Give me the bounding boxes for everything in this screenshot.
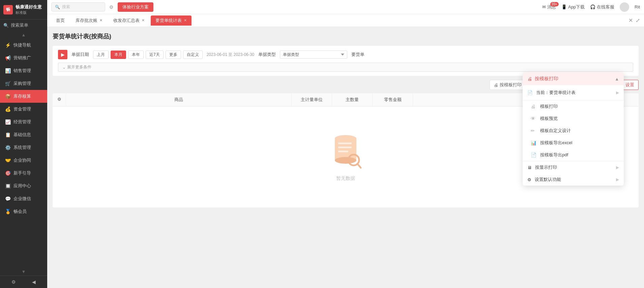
- date-btn-more[interactable]: 更多: [166, 51, 181, 59]
- dropdown-display-print[interactable]: 🖥 按显示打印 ▶: [523, 161, 624, 173]
- tab-bar: 首页 库存批次账 ✕ 收发存汇总表 ✕ 要货单统计表 ✕ ✕ ⤢: [47, 14, 644, 27]
- svg-rect-5: [338, 151, 348, 152]
- date-btn-this-year[interactable]: 本年: [128, 51, 144, 59]
- close-tab-receivable-summary[interactable]: ✕: [142, 18, 145, 23]
- sidebar-item-quick-nav[interactable]: ⚡ 快捷导航: [0, 39, 47, 52]
- printer-icon: 🖨: [527, 76, 532, 82]
- col-product: 商品: [66, 93, 292, 106]
- sidebar-item-marketing[interactable]: 📢 营销推广: [0, 52, 47, 64]
- user-avatar[interactable]: [620, 2, 629, 12]
- dropdown-item-pdf[interactable]: 📄 按模板导出pdf: [523, 149, 624, 161]
- basic-icon: 📋: [5, 132, 11, 138]
- col-settings[interactable]: ⚙: [53, 93, 66, 106]
- sidebar-item-system[interactable]: ⚙️ 系统管理: [0, 141, 47, 154]
- sidebar-item-finance[interactable]: 💰 资金管理: [0, 103, 47, 116]
- sidebar-item-basic[interactable]: 📋 基础信息: [0, 128, 47, 141]
- tab-home[interactable]: 首页: [51, 15, 69, 26]
- tab-receivable-summary[interactable]: 收发存汇总表 ✕: [109, 15, 149, 26]
- close-tab-inventory-batch[interactable]: ✕: [99, 18, 103, 23]
- empty-text: 暂无数据: [336, 175, 355, 182]
- sidebar-item-sales[interactable]: 📊 销售管理: [0, 64, 47, 77]
- dropdown-current-template[interactable]: 📄 当前：要货单统计表 ▶: [523, 87, 624, 99]
- print-icon: 🖨: [494, 83, 498, 88]
- sidebar-item-inventory[interactable]: 📦 库存核算: [0, 90, 47, 103]
- date-btn-7days[interactable]: 近7天: [146, 51, 164, 59]
- doc-type-select[interactable]: 单据类型: [280, 51, 347, 59]
- current-template-arrow: ▶: [616, 90, 619, 95]
- message-btn[interactable]: ✉ 消息 99+: [542, 4, 556, 10]
- message-icon: ✉: [542, 4, 546, 9]
- collapse-sidebar-btn[interactable]: ◀: [32, 279, 36, 285]
- page-title: 要货单统计表(按商品): [53, 32, 639, 40]
- scroll-up-btn[interactable]: ▲: [0, 31, 47, 39]
- svg-point-2: [335, 157, 356, 164]
- marketing-icon: 📢: [5, 55, 11, 61]
- sidebar: 畅 畅康通好生意 标准版 🔍 搜索菜单 ▲ ⚡ 快捷导航 📢 营销推广 📊 销售…: [0, 0, 47, 288]
- sidebar-item-appstore[interactable]: 🔲 应用中心: [0, 180, 47, 192]
- col-quantity: 主数量: [332, 93, 373, 106]
- sales-icon: 📊: [5, 68, 11, 74]
- current-template-icon: 📄: [527, 90, 533, 95]
- dropdown-current-section: 📄 当前：要货单统计表 ▶: [523, 85, 624, 100]
- print-dropdown-menu: 🖨 按模板打印 ▲ 📄 当前：要货单统计表 ▶ 🖨: [523, 72, 624, 186]
- inventory-icon: 📦: [5, 93, 11, 99]
- online-service-btn[interactable]: 🎧 在线客服: [590, 4, 614, 10]
- design-item-icon: ✏: [531, 128, 537, 133]
- sidebar-item-member[interactable]: 🏅 畅会员: [0, 205, 47, 218]
- date-btn-last-month[interactable]: 上月: [93, 51, 109, 59]
- app-logo-text: 畅康通好生意 标准版: [16, 4, 42, 15]
- date-btn-this-month[interactable]: 本月: [111, 51, 126, 59]
- date-label: 单据日期: [71, 52, 89, 58]
- headset-icon: 🎧: [590, 4, 595, 9]
- sidebar-item-wechat[interactable]: 💬 企业微信: [0, 192, 47, 205]
- close-all-tabs-btn[interactable]: ✕: [628, 17, 633, 24]
- dropdown-header-right: ▲: [615, 76, 619, 82]
- finance-icon: 💰: [5, 106, 11, 112]
- user-name: Rit: [635, 4, 640, 9]
- expand-tabs-btn[interactable]: ⤢: [636, 17, 640, 24]
- svg-line-7: [357, 164, 361, 168]
- topbar-right: ✉ 消息 99+ 📱 App下载 🎧 在线客服 Rit: [542, 2, 640, 12]
- excel-item-icon: 📊: [531, 140, 537, 146]
- dropdown-header-left: 🖨 按模板打印: [527, 76, 558, 82]
- display-print-left: 🖥 按显示打印: [527, 164, 557, 170]
- dropdown-items-group: 🖨 模板打印 👁 模板预览 ✏ 模板自定义设计 📊 按模板导出excel 📄: [523, 100, 624, 161]
- trial-btn[interactable]: 体验行业方案: [118, 2, 153, 12]
- col-unit: 主计量单位: [292, 93, 332, 106]
- dropdown-header[interactable]: 🖨 按模板打印 ▲: [523, 72, 624, 85]
- sidebar-item-operation[interactable]: 📈 经营管理: [0, 116, 47, 128]
- topbar-settings-icon[interactable]: ⚙: [109, 4, 114, 10]
- sidebar-item-newguide[interactable]: 🎯 新手引导: [0, 167, 47, 180]
- expand-more-btn[interactable]: ⌄ 展开更多条件: [58, 63, 633, 72]
- dropdown-set-default[interactable]: ⚙ 设置默认功能 ▶: [523, 173, 624, 186]
- appstore-icon: 🔲: [5, 183, 11, 189]
- doc-type-label: 单据类型: [258, 52, 276, 58]
- dropdown-item-design[interactable]: ✏ 模板自定义设计: [523, 125, 624, 137]
- scroll-down-btn[interactable]: ▼: [0, 268, 47, 276]
- filter-expand-arrow[interactable]: ▶: [58, 50, 67, 59]
- dropdown-item-print[interactable]: 🖨 模板打印: [523, 100, 624, 113]
- dropdown-item-excel[interactable]: 📊 按模板导出excel: [523, 137, 624, 149]
- tab-inventory-batch[interactable]: 库存批次账 ✕: [71, 15, 107, 26]
- main-area: 🔍 搜索 ⚙ 体验行业方案 ✉ 消息 99+ 📱 App下载 🎧 在线客服 Ri…: [47, 0, 644, 288]
- collapse-icon: ▲: [615, 76, 619, 82]
- quick-nav-icon: ⚡: [5, 42, 11, 48]
- date-btn-custom[interactable]: 自定义: [183, 51, 203, 59]
- newguide-icon: 🎯: [5, 170, 11, 176]
- sidebar-bottom: ⚙ ◀: [0, 276, 47, 288]
- app-download-btn[interactable]: 📱 App下载: [561, 4, 585, 10]
- purchase-icon: 🛒: [5, 81, 11, 87]
- wechat-icon: 💬: [5, 196, 11, 202]
- filter-row-date: ▶ 单据日期 上月 本月 本年 近7天 更多 自定义 2023-06-01 至 …: [58, 50, 633, 59]
- sidebar-item-purchase[interactable]: 🛒 采购管理: [0, 77, 47, 90]
- app-logo-icon: 畅: [3, 5, 13, 14]
- dropdown-item-preview[interactable]: 👁 模板预览: [523, 113, 624, 125]
- search-icon: 🔍: [3, 23, 9, 28]
- sidebar-item-enterprise[interactable]: 🤝 企业协同: [0, 154, 47, 167]
- topbar-search-box[interactable]: 🔍 搜索: [51, 2, 105, 11]
- sidebar-search[interactable]: 🔍 搜索菜单: [0, 20, 47, 31]
- date-group: 上月 本月 本年 近7天 更多 自定义: [93, 51, 203, 59]
- tab-requisition-stats[interactable]: 要货单统计表 ✕: [151, 15, 192, 26]
- settings-bottom-btn[interactable]: ⚙: [11, 279, 16, 285]
- close-tab-requisition-stats[interactable]: ✕: [184, 18, 187, 23]
